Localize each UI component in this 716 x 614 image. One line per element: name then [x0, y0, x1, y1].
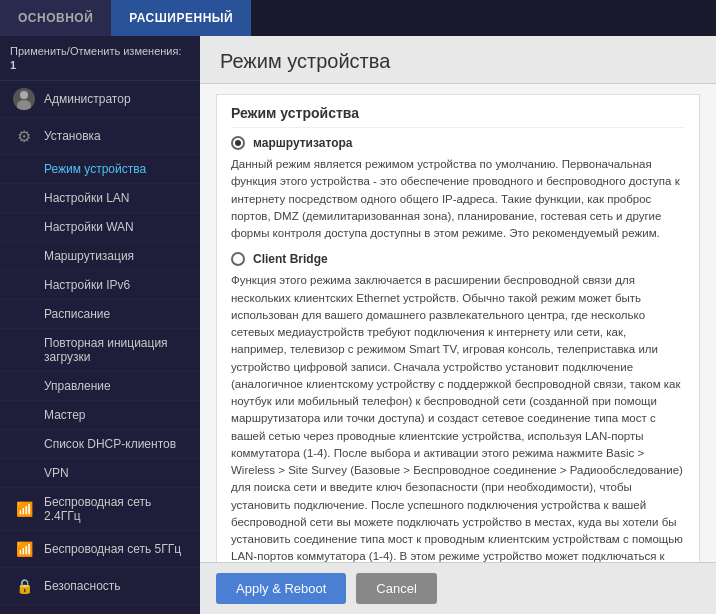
- mode-bridge-label: Client Bridge: [253, 252, 328, 266]
- sidebar-item-lan[interactable]: Настройки LAN: [0, 184, 200, 213]
- cancel-button[interactable]: Cancel: [356, 573, 436, 604]
- sidebar-item-reinit[interactable]: Повторная инициация загрузки: [0, 329, 200, 372]
- sidebar-item-routing[interactable]: Маршрутизация: [0, 242, 200, 271]
- sidebar-item-setup[interactable]: ⚙ Установка: [0, 118, 200, 155]
- top-nav: ОСНОВНОЙ РАСШИРЕННЫЙ: [0, 0, 716, 36]
- content-header: Режим устройства: [200, 36, 716, 84]
- sidebar-apply-section: Применить/Отменить изменения: 1: [0, 36, 200, 81]
- sidebar-item-wan[interactable]: Настройки WAN: [0, 213, 200, 242]
- sidebar-item-schedule[interactable]: Расписание: [0, 300, 200, 329]
- sidebar-item-wifi-5[interactable]: 📶 Беспроводная сеть 5ГГц: [0, 531, 200, 568]
- admin-icon: [10, 88, 38, 110]
- apply-reboot-button[interactable]: Apply & Reboot: [216, 573, 346, 604]
- wifi-5-icon: 📶: [10, 538, 38, 560]
- mode-bridge-description: Функция этого режима заключается в расши…: [231, 272, 685, 562]
- tab-basic[interactable]: ОСНОВНОЙ: [0, 0, 111, 36]
- mode-option-bridge-header: Client Bridge: [231, 252, 685, 266]
- mode-router-label: маршрутизатора: [253, 136, 353, 150]
- mode-option-router: маршрутизатора Данный режим является реж…: [231, 136, 685, 242]
- sidebar-item-management[interactable]: Управление: [0, 372, 200, 401]
- sidebar-section: Администратор ⚙ Установка Режим устройст…: [0, 81, 200, 605]
- sidebar-item-wifi-24[interactable]: 📶 Беспроводная сеть 2.4ГГц: [0, 488, 200, 531]
- mode-router-description: Данный режим является режимом устройства…: [231, 156, 685, 242]
- page-title: Режим устройства: [220, 50, 696, 73]
- sidebar-item-vpn[interactable]: VPN: [0, 459, 200, 488]
- tab-advanced[interactable]: РАСШИРЕННЫЙ: [111, 0, 251, 36]
- mode-section-title: Режим устройства: [231, 105, 685, 128]
- mode-option-client-bridge: Client Bridge Функция этого режима заклю…: [231, 252, 685, 562]
- mode-section: Режим устройства маршрутизатора Данный р…: [216, 94, 700, 562]
- sidebar: Применить/Отменить изменения: 1 Админист…: [0, 36, 200, 614]
- content-footer: Apply & Reboot Cancel: [200, 562, 716, 614]
- content-body: Режим устройства маршрутизатора Данный р…: [200, 84, 716, 562]
- mode-option-router-header: маршрутизатора: [231, 136, 685, 150]
- radio-router[interactable]: [231, 136, 245, 150]
- wifi-24-icon: 📶: [10, 498, 38, 520]
- sidebar-item-wizard[interactable]: Мастер: [0, 401, 200, 430]
- content-area: Режим устройства Режим устройства маршру…: [200, 36, 716, 614]
- gear-icon: ⚙: [10, 125, 38, 147]
- main-layout: Применить/Отменить изменения: 1 Админист…: [0, 36, 716, 614]
- sidebar-item-ipv6[interactable]: Настройки IPv6: [0, 271, 200, 300]
- sidebar-item-dhcp-clients[interactable]: Список DHCP-клиентов: [0, 430, 200, 459]
- sidebar-item-device-mode[interactable]: Режим устройства: [0, 155, 200, 184]
- sidebar-item-admin[interactable]: Администратор: [0, 81, 200, 118]
- sidebar-item-security[interactable]: 🔒 Безопасность: [0, 568, 200, 605]
- apply-changes-label: Применить/Отменить изменения: 1: [10, 45, 182, 71]
- radio-client-bridge[interactable]: [231, 252, 245, 266]
- lock-icon: 🔒: [10, 575, 38, 597]
